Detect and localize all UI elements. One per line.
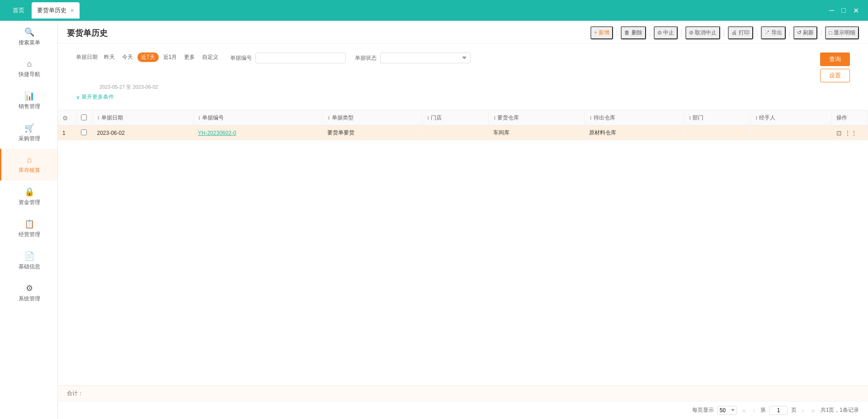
sidebar-item-basic-label: 基础信息 [19,263,40,271]
sidebar-item-finance-mgmt[interactable]: 🔒 资金管理 [0,181,57,213]
select-all-checkbox[interactable] [81,114,87,120]
th-pending-warehouse-label: ↕ 待出仓库 [589,114,615,121]
th-pending-warehouse: ↕ 待出仓库 [585,110,684,126]
query-button[interactable]: 查询 [820,52,850,66]
print-button[interactable]: 🖨 打印 [728,26,753,39]
toolbar-divider-6 [789,29,790,37]
settings-button[interactable]: 设置 [820,69,850,82]
tab-requisition-history[interactable]: 要货单历史 ✕ [32,2,80,19]
basic-info-icon: 📄 [24,251,34,261]
page-size-select[interactable]: 50 20 100 200 [717,406,737,415]
date-btn-last7days[interactable]: 近7天 [137,52,159,62]
toolbar-divider-2 [650,29,650,37]
date-btn-today[interactable]: 今天 [119,52,136,62]
tab-home[interactable]: 首页 [7,2,30,19]
chevron-down-icon: ∨ [76,94,80,100]
th-checkbox [76,110,92,126]
page-header: 要货单历史 + 新增 🗑 删除 ⊘ 中止 ⊘ 取消中止 🖨 打印 ↗ 导出 [58,21,868,43]
window-controls: ─ □ ✕ [827,5,861,17]
expand-more-row: ∨ 展开更多条件 [67,90,859,108]
page-title: 要货单历史 [67,28,108,38]
th-doc-date-label: ↕ 单据日期 [97,114,123,121]
finance-mgmt-icon: 🔒 [24,187,34,197]
toolbar: + 新增 🗑 删除 ⊘ 中止 ⊘ 取消中止 🖨 打印 ↗ 导出 ↺ 刷新 [590,26,859,39]
sidebar-item-search-menu[interactable]: 🔍 搜索菜单 [0,21,57,53]
page-prefix-label: 第 [760,406,766,414]
date-btn-custom[interactable]: 自定义 [199,52,221,62]
first-page-btn[interactable]: « [741,406,748,415]
row-checkbox[interactable] [81,129,87,135]
sidebar-item-sales-mgmt[interactable]: 📊 销售管理 [0,85,57,117]
sidebar-item-inventory-calc[interactable]: ⌂ 库存核算 [0,149,57,181]
table-container: ⚙ ↕ 单据日期 ↕ 单据编号 [58,110,868,386]
doc-number-filter-label: 单据编号 [230,54,252,62]
row-more-icon[interactable]: ⋮⋮ [844,129,857,137]
minimize-btn[interactable]: ─ [827,5,836,16]
cell-index: 1 [58,126,76,140]
expand-more-btn[interactable]: ∨ 展开更多条件 [76,93,850,101]
sidebar-item-purchase-mgmt[interactable]: 🛒 采购管理 [0,117,57,149]
th-department: ↕ 部门 [684,110,750,126]
th-department-label: ↕ 部门 [689,114,703,121]
last-page-btn[interactable]: » [810,406,817,415]
inventory-calc-icon: ⌂ [27,155,32,165]
data-table: ⚙ ↕ 单据日期 ↕ 单据编号 [58,110,868,140]
th-doc-number-label: ↕ 单据编号 [198,114,224,121]
doc-number-input[interactable] [255,52,346,63]
quick-nav-icon: ⌂ [27,59,32,69]
th-doc-type: ↕ 单据类型 [323,110,422,126]
page-number-input[interactable] [769,406,788,415]
cell-action: ⊡ ⋮⋮ [832,126,868,140]
cell-doc-type: 要货单要货 [323,126,422,140]
date-btn-more[interactable]: 更多 [181,52,198,62]
sidebar-item-quick-nav[interactable]: ⌂ 快捷导航 [0,53,57,85]
doc-status-select[interactable] [380,52,471,63]
tab-close-icon[interactable]: ✕ [70,8,74,14]
date-buttons: 昨天 今天 近7天 近1月 更多 自定义 [101,52,221,62]
delete-button[interactable]: 🗑 删除 [621,26,646,39]
table-settings-icon[interactable]: ⚙ [62,114,68,122]
sidebar-item-operations-label: 经营管理 [19,231,40,238]
total-records-label: 共1页，1条记录 [821,406,859,414]
close-btn[interactable]: ✕ [851,5,861,17]
date-btn-last1month[interactable]: 近1月 [160,52,180,62]
sidebar-item-operations-mgmt[interactable]: 📋 经营管理 [0,213,57,245]
date-range-display: 2023-05-27 至 2023-06-02 [67,83,859,90]
th-handler: ↕ 经手人 [750,110,832,126]
table-row[interactable]: 1 2023-06-02 YH-20230602-0 要货单要货 车间库 原材料… [58,126,868,140]
cell-doc-number[interactable]: YH-20230602-0 [193,126,323,140]
show-detail-button[interactable]: □ 显示明细 [825,26,859,39]
cell-pending-warehouse: 原材料仓库 [585,126,684,140]
stop-button[interactable]: ⊘ 中止 [654,26,678,39]
th-settings: ⚙ [58,110,76,126]
cancel-stop-button[interactable]: ⊘ 取消中止 [685,26,720,39]
pagination: 每页显示 50 20 100 200 « ‹ 第 页 › » 共1页，1条记录 [58,401,868,419]
new-button[interactable]: + 新增 [590,26,613,39]
date-btn-yesterday[interactable]: 昨天 [101,52,118,62]
sidebar-item-inventory-label: 库存核算 [19,167,40,174]
sidebar-item-quick-nav-label: 快捷导航 [19,71,40,78]
th-doc-type-label: ↕ 单据类型 [327,114,353,121]
cell-handler [750,126,832,140]
cell-checkbox[interactable] [76,126,92,140]
summary-label: 合计： [67,390,83,397]
sidebar-item-system-label: 系统管理 [19,295,40,303]
tab-requisition-label: 要货单历史 [37,6,66,14]
sidebar-item-system-mgmt[interactable]: ⚙ 系统管理 [0,277,57,309]
sidebar-item-sales-label: 销售管理 [19,103,40,110]
toolbar-divider-7 [821,29,821,37]
filter-bar: 单据日期 昨天 今天 近7天 近1月 更多 自定义 [58,43,868,110]
maximize-btn[interactable]: □ [840,5,848,16]
next-page-btn[interactable]: › [800,406,806,415]
sidebar-item-basic-info[interactable]: 📄 基础信息 [0,245,57,277]
export-button[interactable]: ↗ 导出 [761,26,786,39]
sales-mgmt-icon: 📊 [24,91,34,101]
th-action: 操作 [832,110,868,126]
refresh-button[interactable]: ↺ 刷新 [793,26,817,39]
doc-number-link[interactable]: YH-20230602-0 [198,130,236,136]
row-edit-icon[interactable]: ⊡ [836,129,842,137]
th-doc-date: ↕ 单据日期 [92,110,193,126]
prev-page-btn[interactable]: ‹ [751,406,757,415]
cell-department [684,126,750,140]
sidebar-item-finance-label: 资金管理 [19,199,40,206]
